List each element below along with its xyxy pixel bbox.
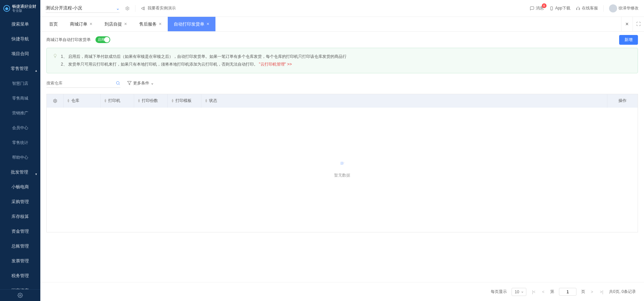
- svg-point-4: [116, 81, 119, 84]
- new-button[interactable]: 新增: [619, 35, 638, 45]
- tab[interactable]: 自动打印发货单✕: [168, 17, 215, 31]
- tab-close-all[interactable]: ✕: [621, 17, 633, 31]
- gear-icon: [17, 293, 23, 298]
- phone-icon: [549, 6, 554, 11]
- th-warehouse[interactable]: ▲▼仓库: [64, 94, 100, 108]
- hdr-online-service[interactable]: 在线客服: [576, 5, 598, 11]
- message-badge: 8: [542, 3, 547, 8]
- close-icon[interactable]: ✕: [206, 22, 209, 26]
- empty-illustration: [340, 161, 345, 166]
- sidebar-item[interactable]: 搜索菜单: [0, 17, 40, 32]
- gear-icon: [53, 99, 57, 103]
- chevron-down-icon: ⌄: [151, 81, 154, 85]
- sidebar-item[interactable]: 营销推广: [0, 106, 40, 120]
- th-config[interactable]: [47, 94, 64, 108]
- toolbar: 商城订单自动打印发货单 启用 新增: [40, 32, 644, 48]
- th-status[interactable]: ▲▼状态: [201, 94, 607, 108]
- search-row: 更多条件 ⌄: [40, 79, 644, 94]
- sidebar-item[interactable]: 总账管理: [0, 239, 40, 254]
- megaphone-icon: [141, 6, 146, 11]
- page-prev[interactable]: <: [541, 290, 546, 294]
- headset-icon: [576, 6, 580, 11]
- close-icon[interactable]: ✕: [159, 22, 162, 26]
- page-first[interactable]: |<: [531, 290, 536, 294]
- more-conditions[interactable]: 更多条件 ⌄: [127, 80, 154, 86]
- sidebar-item[interactable]: 项目合同: [0, 46, 40, 61]
- hdr-app-download[interactable]: App下载: [549, 5, 570, 11]
- hdr-user[interactable]: 徐泽华修改: [609, 4, 639, 12]
- search-icon[interactable]: [116, 81, 120, 85]
- page-summary: 共0页, 0条记录: [609, 289, 636, 295]
- cloud-printer-link[interactable]: "云打印机管理" >>: [259, 62, 292, 67]
- tab[interactable]: 售后服务✕: [133, 17, 168, 31]
- demo-link[interactable]: 我要看实例演示: [141, 5, 176, 11]
- tab[interactable]: 到店自提✕: [98, 17, 133, 31]
- notice-box: 1、 启用后，商城下单付款成功后（如果有审核是在审核之后），自动打印发货单。如果…: [46, 48, 638, 73]
- divider: [135, 5, 135, 12]
- svg-marker-6: [127, 81, 131, 85]
- sidebar-item[interactable]: 税务管理: [0, 268, 40, 283]
- sidebar-item[interactable]: 智慧门店: [0, 76, 40, 91]
- chevron-down-icon: ⌄: [116, 6, 120, 11]
- logo: 畅捷通好业财 专业版: [0, 0, 40, 17]
- page-next[interactable]: >: [590, 290, 594, 294]
- page-last[interactable]: >|: [599, 290, 604, 294]
- sidebar-item[interactable]: 小畅电商: [0, 180, 40, 194]
- toolbar-label: 商城订单自动打印发货单: [46, 37, 91, 43]
- table: ▲▼仓库 ▲▼打印机 ▲▼打印份数 ▲▼打印模板 ▲▼状态 操作: [46, 94, 638, 232]
- sidebar-item[interactable]: 会员中心: [0, 120, 40, 135]
- org-selector[interactable]: 测试分开流程-小况 ⌄: [46, 4, 120, 13]
- empty-state: 暂无数据: [47, 108, 638, 232]
- logo-icon: [3, 5, 10, 12]
- close-icon[interactable]: ✕: [89, 22, 92, 26]
- per-page-label: 每页显示: [491, 289, 507, 295]
- tab-fullscreen[interactable]: ⛶: [633, 17, 644, 31]
- search-box: [46, 79, 120, 88]
- th-printer[interactable]: ▲▼打印机: [100, 94, 134, 108]
- svg-point-7: [54, 100, 56, 102]
- sidebar-item[interactable]: 库存核算: [0, 209, 40, 224]
- close-icon[interactable]: ✕: [124, 22, 127, 26]
- tab[interactable]: 首页: [43, 17, 64, 31]
- th-copies[interactable]: ▲▼打印份数: [134, 94, 168, 108]
- pagination: 每页显示 10 |< < 第 页 > >| 共0页, 0条记录: [40, 282, 644, 301]
- avatar: [609, 4, 617, 12]
- per-page-select[interactable]: 10: [512, 288, 526, 296]
- sidebar-item[interactable]: 资金管理: [0, 224, 40, 239]
- th-template[interactable]: ▲▼打印模板: [168, 94, 201, 108]
- org-settings-icon[interactable]: [125, 6, 130, 11]
- sidebar-item[interactable]: 固定资产: [0, 283, 40, 289]
- sidebar-settings[interactable]: [0, 289, 40, 301]
- divider: [603, 5, 604, 12]
- sidebar-item[interactable]: 帮助中心: [0, 150, 40, 165]
- notice-line-1: 1、 启用后，商城下单付款成功后（如果有审核是在审核之后），自动打印发货单。如果…: [61, 53, 347, 61]
- svg-point-8: [343, 163, 344, 164]
- notice-line-2: 2、 发货单只可用云打印机来打，如果只有本地打印机，须将本地打印机添加为云打印机…: [61, 62, 258, 67]
- th-operation: 操作: [607, 94, 638, 108]
- brand-edition: 专业版: [12, 9, 36, 12]
- sidebar-item[interactable]: 零售统计: [0, 135, 40, 150]
- svg-line-5: [119, 84, 120, 85]
- sidebar-item[interactable]: 零售商城: [0, 91, 40, 106]
- tab[interactable]: 商城订单✕: [64, 17, 98, 31]
- sidebar-item[interactable]: 发票管理: [0, 254, 40, 268]
- sidebar-item[interactable]: 采购管理: [0, 194, 40, 209]
- search-input[interactable]: [46, 79, 120, 87]
- table-header: ▲▼仓库 ▲▼打印机 ▲▼打印份数 ▲▼打印模板 ▲▼状态 操作: [47, 94, 638, 108]
- svg-point-1: [127, 8, 128, 9]
- sidebar-item[interactable]: 批发管理: [0, 165, 40, 180]
- tabs: 首页商城订单✕到店自提✕售后服务✕自动打印发货单✕ ✕ ⛶: [40, 17, 644, 32]
- page-input[interactable]: [559, 288, 576, 296]
- lightbulb-icon: [53, 53, 57, 58]
- filter-icon: [127, 81, 132, 85]
- sidebar-item[interactable]: 零售管理: [0, 61, 40, 76]
- enable-toggle[interactable]: 启用: [95, 36, 110, 43]
- sidebar-item[interactable]: 快捷导航: [0, 32, 40, 46]
- svg-point-0: [19, 295, 21, 296]
- top-header: 测试分开流程-小况 ⌄ 我要看实例演示 消息 8 App下载 在线客服: [40, 0, 644, 17]
- brand-name: 畅捷通好业财: [12, 4, 36, 9]
- hdr-message[interactable]: 消息 8: [530, 5, 544, 11]
- sidebar: 畅捷通好业财 专业版 搜索菜单快捷导航项目合同零售管理智慧门店零售商城营销推广会…: [0, 0, 40, 301]
- chat-icon: [530, 6, 534, 11]
- nav: 搜索菜单快捷导航项目合同零售管理智慧门店零售商城营销推广会员中心零售统计帮助中心…: [0, 17, 40, 289]
